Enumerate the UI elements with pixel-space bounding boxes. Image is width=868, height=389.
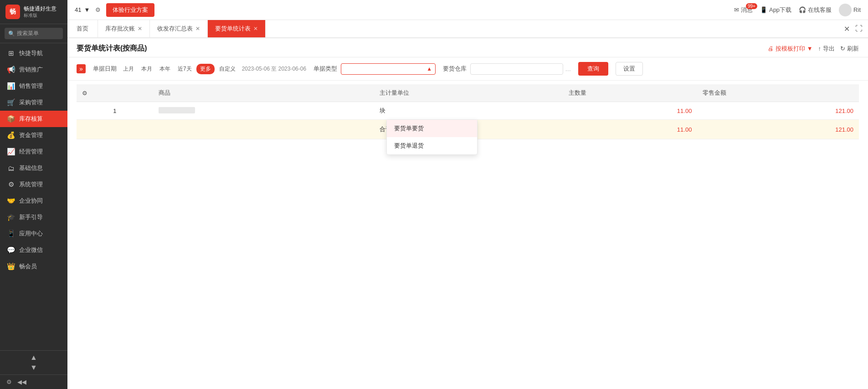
sidebar-item-purchase[interactable]: 🛒采购管理 xyxy=(0,94,67,111)
sidebar-item-member[interactable]: 👑畅会员 xyxy=(0,258,67,275)
date-shortcut-更多[interactable]: 更多 xyxy=(196,64,215,74)
tab-inventory-batch[interactable]: 库存批次账✕ xyxy=(98,20,150,37)
sidebar-label-purchase: 采购管理 xyxy=(19,98,43,107)
sidebar-item-appstore[interactable]: 📱应用中心 xyxy=(0,225,67,242)
sidebar-item-inventory[interactable]: 📦库存核算 xyxy=(0,111,67,127)
trial-button[interactable]: 体验行业方案 xyxy=(106,3,154,17)
type-dropdown: 要货单要货要货单退货 xyxy=(386,119,478,155)
sidebar-label-appstore: 应用中心 xyxy=(19,230,43,238)
sidebar-item-wechat[interactable]: 💬企业微信 xyxy=(0,242,67,258)
messages-button[interactable]: ✉ 消息 99+ xyxy=(734,6,753,14)
refresh-button[interactable]: ↻ 刷新 xyxy=(840,45,859,53)
date-shortcut-自定义[interactable]: 自定义 xyxy=(216,64,238,74)
sidebar-label-business: 经营管理 xyxy=(19,148,43,156)
sidebar-icon-inventory: 📦 xyxy=(6,115,15,123)
sidebar-item-enterprise[interactable]: 🤝企业协同 xyxy=(0,193,67,209)
logo-text: 畅捷通好生意 标准版 xyxy=(24,5,56,19)
sidebar-item-guide[interactable]: 🎓新手引导 xyxy=(0,209,67,225)
type-select-wrap: ▲ xyxy=(341,63,436,75)
tab-requisition-stats[interactable]: 要货单统计表✕ xyxy=(208,20,266,37)
warehouse-select-wrap: … xyxy=(470,63,571,75)
settings-icon[interactable]: ⚙ xyxy=(6,379,12,385)
date-shortcut-近7天[interactable]: 近7天 xyxy=(175,64,195,74)
sidebar-icon-basic: 🗂 xyxy=(6,164,15,172)
store-selector[interactable]: 41 ▼ xyxy=(75,6,90,13)
export-button[interactable]: ↑ 导出 xyxy=(818,45,835,53)
topbar-left: 41 ▼ ⚙ 体验行业方案 xyxy=(75,3,154,17)
warehouse-filter-label: 要货仓库 xyxy=(443,65,467,73)
sidebar-scroll: ▲ ▼ xyxy=(0,350,67,374)
tabbar-right: ✕ ⛶ xyxy=(842,23,868,35)
sidebar-icon-system: ⚙ xyxy=(6,180,15,189)
date-shortcut-本年[interactable]: 本年 xyxy=(157,64,173,74)
filter-settings-button[interactable]: 设置 xyxy=(616,62,643,76)
sidebar-item-sales[interactable]: 📊销售管理 xyxy=(0,78,67,94)
sidebar-icon-guide: 🎓 xyxy=(6,213,15,221)
warehouse-more-icon[interactable]: … xyxy=(565,66,571,72)
tab-list: 首页库存批次账✕收发存汇总表✕要货单统计表✕ xyxy=(67,20,266,37)
warehouse-select-input[interactable] xyxy=(470,63,563,75)
tab-collect-dispatch[interactable]: 收发存汇总表✕ xyxy=(150,20,208,37)
sidebar-item-quick-nav[interactable]: ⊞快捷导航 xyxy=(0,45,67,61)
search-menu-label: 搜索菜单 xyxy=(17,30,39,37)
sidebar-icon-appstore: 📱 xyxy=(6,230,15,238)
sidebar-item-business[interactable]: 📈经营管理 xyxy=(0,143,67,160)
warehouse-filter-group: 要货仓库 … xyxy=(443,63,571,75)
user-name: Rit xyxy=(853,6,861,13)
page-title: 要货单统计表(按商品) xyxy=(77,44,147,53)
date-shortcuts: 上月本月本年近7天更多自定义 xyxy=(120,64,238,74)
messages-badge: 99+ xyxy=(746,3,757,9)
tab-close-inventory-batch[interactable]: ✕ xyxy=(138,26,142,32)
scroll-up-button[interactable]: ▲ xyxy=(30,353,37,363)
sidebar-search-area[interactable]: 🔍 搜索菜单 xyxy=(0,24,67,43)
sidebar-label-sales: 销售管理 xyxy=(19,82,43,90)
query-button[interactable]: 查询 xyxy=(578,62,608,76)
column-settings[interactable]: ⚙ xyxy=(77,84,153,102)
footer-total-quantity: 11.00 xyxy=(563,120,697,139)
page: 要货单统计表(按商品) 🖨 按模板打印 ▼ ↑ 导出 ↻ 刷新 xyxy=(67,38,868,389)
tabbar: 首页库存批次账✕收发存汇总表✕要货单统计表✕ ✕ ⛶ xyxy=(67,20,868,38)
tab-home[interactable]: 首页 xyxy=(67,20,98,37)
sidebar-label-guide: 新手引导 xyxy=(19,213,43,221)
sidebar-icon-purchase: 🛒 xyxy=(6,98,15,107)
dropdown-item-要货单退货[interactable]: 要货单退货 xyxy=(387,137,477,154)
scroll-down-button[interactable]: ▼ xyxy=(30,363,37,373)
tab-close-requisition-stats[interactable]: ✕ xyxy=(253,26,258,32)
topbar-settings-icon[interactable]: ⚙ xyxy=(95,6,101,13)
print-dropdown-arrow: ▼ xyxy=(807,45,813,52)
user-avatar xyxy=(839,4,852,16)
tab-label-collect-dispatch: 收发存汇总表 xyxy=(157,25,193,33)
user-profile[interactable]: Rit xyxy=(839,4,861,16)
filter-bar: » 单据日期 上月本月本年近7天更多自定义 2023-05-06 至 2023-… xyxy=(67,57,868,81)
date-shortcut-上月[interactable]: 上月 xyxy=(120,64,137,74)
maximize-button[interactable]: ⛶ xyxy=(853,23,864,35)
sidebar-nav: ⊞快捷导航📢营销推广📊销售管理🛒采购管理📦库存核算💰资金管理📈经营管理🗂基础信息… xyxy=(0,43,67,350)
filter-expand-button[interactable]: » xyxy=(77,64,86,73)
collapse-icon[interactable]: ◀◀ xyxy=(17,379,26,385)
close-all-tabs-button[interactable]: ✕ xyxy=(842,23,852,35)
table-row: 1 块 11.00 121.00 xyxy=(77,102,859,120)
app-download-button[interactable]: 📱 App下载 xyxy=(760,6,791,14)
online-service-button[interactable]: 🎧 在线客服 xyxy=(799,6,832,14)
type-select-input[interactable] xyxy=(341,63,436,75)
sidebar-label-member: 畅会员 xyxy=(19,262,37,271)
sidebar-item-marketing[interactable]: 📢营销推广 xyxy=(0,61,67,78)
sidebar-item-system[interactable]: ⚙系统管理 xyxy=(0,176,67,193)
sidebar-icon-business: 📈 xyxy=(6,148,15,156)
sidebar-item-basic[interactable]: 🗂基础信息 xyxy=(0,160,67,176)
print-button[interactable]: 🖨 按模板打印 ▼ xyxy=(768,45,813,53)
sidebar-label-system: 系统管理 xyxy=(19,180,43,189)
dropdown-item-要货单要货[interactable]: 要货单要货 xyxy=(387,120,477,137)
search-menu-button[interactable]: 🔍 搜索菜单 xyxy=(5,28,63,39)
sidebar-item-finance[interactable]: 💰资金管理 xyxy=(0,127,67,143)
store-id: 41 xyxy=(75,6,81,13)
tab-close-collect-dispatch[interactable]: ✕ xyxy=(195,26,200,32)
sidebar-icon-marketing: 📢 xyxy=(6,66,15,74)
print-icon: 🖨 xyxy=(768,45,774,52)
column-unit: 主计量单位 xyxy=(374,84,563,102)
column-quantity: 主数量 xyxy=(563,84,697,102)
app-icon: 📱 xyxy=(760,6,767,13)
refresh-icon: ↻ xyxy=(840,45,845,52)
date-shortcut-本月[interactable]: 本月 xyxy=(139,64,155,74)
content-area: 要货单统计表(按商品) 🖨 按模板打印 ▼ ↑ 导出 ↻ 刷新 xyxy=(67,38,868,389)
